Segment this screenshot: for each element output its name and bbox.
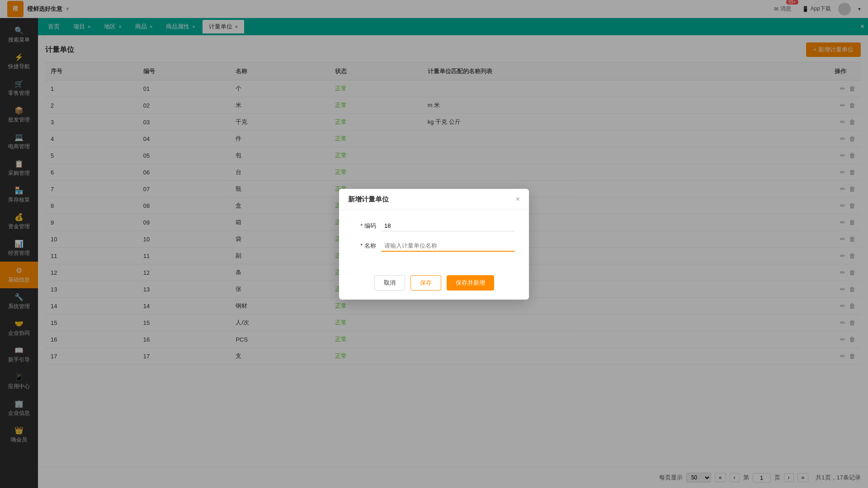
- name-label: * 名称: [354, 242, 376, 250]
- modal-close-btn[interactable]: ×: [516, 195, 520, 203]
- modal-overlay[interactable]: 新增计量单位 × * 编码 * 名称 取消 保存 保存并新增: [0, 0, 868, 488]
- name-input[interactable]: [382, 240, 514, 252]
- form-row-name: * 名称: [354, 240, 514, 252]
- form-row-code: * 编码: [354, 221, 514, 231]
- code-label: * 编码: [354, 222, 376, 230]
- modal-footer: 取消 保存 保存并新增: [339, 270, 529, 300]
- code-input[interactable]: [382, 221, 514, 231]
- modal-body: * 编码 * 名称: [339, 210, 529, 270]
- save-and-new-button[interactable]: 保存并新增: [447, 275, 494, 291]
- modal-header: 新增计量单位 ×: [339, 189, 529, 210]
- modal-add-unit: 新增计量单位 × * 编码 * 名称 取消 保存 保存并新增: [339, 189, 529, 300]
- cancel-button[interactable]: 取消: [374, 275, 405, 291]
- modal-title: 新增计量单位: [348, 195, 389, 204]
- save-button[interactable]: 保存: [410, 275, 441, 291]
